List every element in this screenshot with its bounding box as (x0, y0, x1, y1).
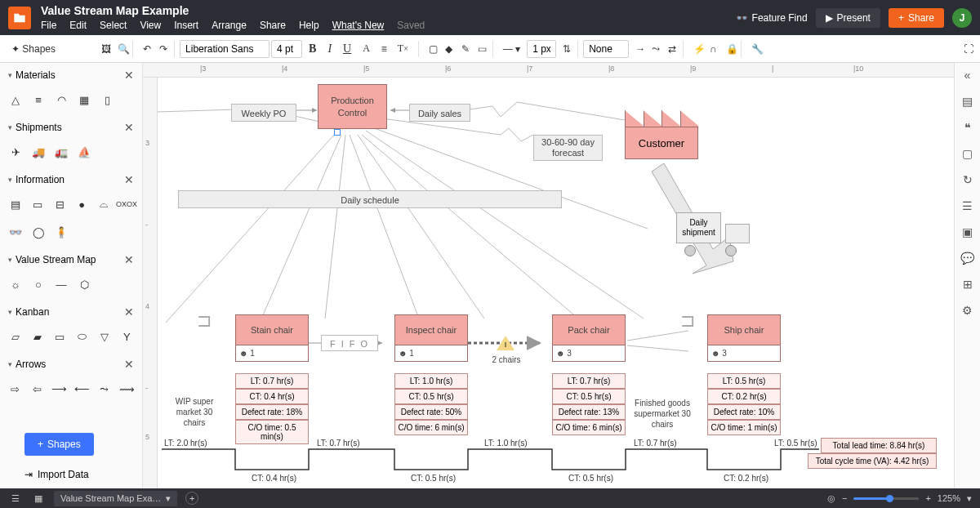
cylinder-shape-icon[interactable]: ⌓ (97, 197, 111, 212)
section-arrows[interactable]: ▾Arrows ✕ (0, 352, 142, 377)
daily-schedule-node[interactable]: Daily schedule (178, 190, 562, 208)
present-icon[interactable]: ▢ (960, 146, 975, 161)
metrics-pack[interactable]: LT: 0.7 hr(s) CT: 0.5 hr(s) Defect rate:… (552, 373, 626, 435)
list-view-icon[interactable]: ☰ (8, 493, 23, 504)
bars-shape-icon[interactable]: ≡ (31, 92, 46, 107)
dot-shape-icon[interactable]: ● (75, 197, 89, 212)
hex-shape-icon[interactable]: ⬡ (77, 277, 91, 292)
glasses-shape-icon[interactable]: 👓 (8, 225, 23, 239)
italic-button[interactable]: I (323, 39, 336, 59)
summary-box[interactable]: Total lead time: 8.84 hr(s) Total cycle … (821, 438, 937, 469)
process-ship-chair[interactable]: Ship chair ☻ 3 (707, 314, 781, 362)
supermarket-icon[interactable]: ⊐ (680, 310, 695, 332)
bolt-icon[interactable]: ⚡ (688, 40, 703, 58)
grid-view-icon[interactable]: ▦ (31, 493, 46, 504)
table-shape-icon[interactable]: ▤ (8, 197, 22, 212)
section-materials[interactable]: ▾Materials ✕ (0, 63, 142, 87)
menu-share[interactable]: Share (260, 20, 286, 31)
arrow4-shape-icon[interactable]: ⟵ (74, 381, 89, 396)
arrow2-shape-icon[interactable]: ⇦ (30, 381, 44, 396)
page-icon[interactable]: ▤ (960, 94, 975, 109)
undo-button[interactable]: ↶ (138, 40, 153, 58)
stepper-icon[interactable]: ⇅ (558, 40, 572, 58)
comment-icon[interactable]: ❝ (960, 120, 975, 135)
menu-arrange[interactable]: Arrange (212, 20, 247, 31)
menu-insert[interactable]: Insert (174, 20, 198, 31)
settings-icon[interactable]: ⚙ (960, 303, 975, 318)
bar-shape-icon[interactable]: — (54, 277, 69, 292)
selection-handle[interactable] (334, 129, 341, 136)
canvas[interactable]: |3|4|5|6|7|8|9||10 3-4-5 (143, 63, 954, 488)
zoom-slider[interactable] (853, 497, 919, 500)
magnet-icon[interactable]: ∩ (705, 40, 719, 58)
kanban3-shape-icon[interactable]: ▭ (53, 329, 67, 344)
oval-shape-icon[interactable]: ◯ (31, 225, 46, 239)
grid-shape-icon[interactable]: ▦ (77, 92, 91, 107)
metrics-ship[interactable]: LT: 0.5 hr(s) CT: 0.2 hr(s) Defect rate:… (707, 373, 781, 435)
kanban6-shape-icon[interactable]: Y (120, 329, 134, 344)
redo-button[interactable]: ↷ (154, 40, 169, 58)
kanban4-shape-icon[interactable]: ⬭ (75, 329, 89, 344)
wrench-icon[interactable]: 🔧 (746, 40, 761, 58)
weekly-po-node[interactable]: Weekly PO (231, 104, 296, 122)
arrow5-shape-icon[interactable]: ⤳ (97, 381, 111, 396)
metrics-stain[interactable]: LT: 0.7 hr(s) CT: 0.4 hr(s) Defect rate:… (235, 373, 309, 444)
lock-icon[interactable]: 🔒 (721, 40, 736, 58)
kanban1-shape-icon[interactable]: ▱ (8, 329, 22, 344)
menu-whats-new[interactable]: What's New (332, 20, 385, 31)
document-title[interactable]: Value Stream Map Example (41, 4, 736, 17)
line-style-select[interactable]: — ▾ (498, 40, 525, 58)
bold-button[interactable]: B (304, 39, 321, 59)
process-inspect-chair[interactable]: Inspect chair ☻ 1 (394, 314, 468, 362)
import-data-button[interactable]: ⇥ Import Data (0, 464, 142, 488)
paint-bucket-icon[interactable]: ◆ (440, 40, 455, 58)
circle-shape-icon[interactable]: ○ (31, 277, 46, 292)
feature-find-button[interactable]: 👓 Feature Find (736, 12, 808, 24)
clipboard-icon[interactable]: ▣ (960, 225, 975, 239)
font-size-select[interactable] (271, 40, 302, 58)
tag-shape-icon[interactable]: OXOX (119, 197, 134, 212)
present-button[interactable]: ▶ Present (816, 8, 880, 28)
inventory-triangle[interactable] (497, 336, 514, 350)
target-icon[interactable]: ◎ (827, 493, 835, 504)
shapes-toggle[interactable]: ✦ Shapes (7, 40, 60, 58)
daily-sales-node[interactable]: Daily sales (409, 104, 470, 122)
kanban5-shape-icon[interactable]: ▽ (97, 329, 111, 344)
arrow1-shape-icon[interactable]: ⇨ (8, 381, 22, 396)
arrow-end-select[interactable] (583, 40, 629, 58)
triangle-shape-icon[interactable]: △ (8, 92, 23, 107)
rect-shape-icon[interactable]: ▯ (100, 92, 114, 107)
underline-button[interactable]: U (338, 39, 356, 59)
endpoint-icon[interactable]: ⤳ (647, 40, 662, 58)
close-icon[interactable]: ✕ (124, 305, 134, 319)
app-logo[interactable] (8, 7, 31, 29)
person-shape-icon[interactable]: 🧍 (54, 225, 69, 239)
page-tab[interactable]: Value Stream Map Exa… ▾ (54, 491, 177, 506)
menu-edit[interactable]: Edit (69, 20, 87, 31)
share-button[interactable]: + Share (889, 8, 944, 28)
forklift-shape-icon[interactable]: 🚛 (54, 145, 69, 159)
line-route-icon[interactable]: → (630, 40, 645, 58)
box-shape-icon[interactable]: ▭ (30, 197, 44, 212)
truck-node[interactable]: Daily shipment (676, 212, 750, 253)
arrow3-shape-icon[interactable]: ⟶ (51, 381, 66, 396)
align-button[interactable]: ≡ (376, 40, 391, 58)
truck-shape-icon[interactable]: 🚚 (31, 145, 46, 159)
burst-shape-icon[interactable]: ☼ (8, 277, 23, 292)
search-icon[interactable]: 🔍 (113, 40, 127, 58)
section-information[interactable]: ▾Information ✕ (0, 167, 142, 192)
history-icon[interactable]: ↻ (960, 172, 975, 187)
split-shape-icon[interactable]: ⊟ (52, 197, 66, 212)
menu-select[interactable]: Select (100, 20, 127, 31)
close-icon[interactable]: ✕ (124, 173, 134, 186)
section-shipments[interactable]: ▾Shipments ✕ (0, 115, 142, 140)
layers-icon[interactable]: ☰ (960, 198, 975, 213)
menu-view[interactable]: View (140, 20, 161, 31)
chevron-down-icon[interactable]: ▾ (967, 493, 972, 504)
production-control-node[interactable]: Production Control (318, 84, 387, 129)
swap-icon[interactable]: ⇄ (663, 40, 678, 58)
line-color-icon[interactable]: ✎ (457, 40, 471, 58)
add-page-button[interactable]: + (185, 492, 198, 505)
plane-shape-icon[interactable]: ✈ (8, 145, 23, 159)
close-icon[interactable]: ✕ (124, 253, 134, 266)
